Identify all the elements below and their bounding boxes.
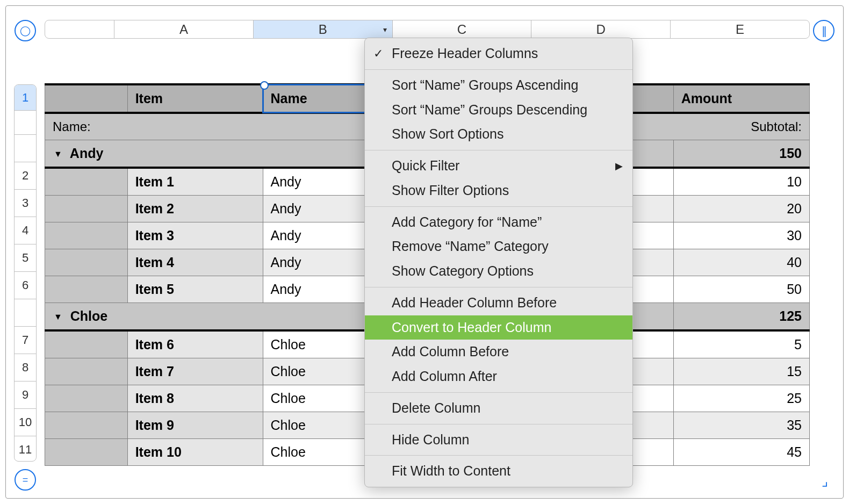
column-header-b[interactable]: B ▾ xyxy=(253,20,392,38)
cell-blank[interactable] xyxy=(45,385,128,412)
cell-blank[interactable] xyxy=(45,276,128,303)
group-subtotal[interactable]: 125 xyxy=(673,303,809,331)
resize-handle[interactable]: ⌟ xyxy=(815,471,834,491)
select-all-handle[interactable]: ◯ xyxy=(15,20,36,41)
menu-separator xyxy=(365,424,632,424)
menu-separator xyxy=(365,392,632,393)
row-header[interactable]: 2 xyxy=(15,162,36,190)
cell-blank[interactable] xyxy=(45,439,128,466)
cell-item[interactable]: Item 2 xyxy=(127,196,263,222)
cell-blank[interactable] xyxy=(45,358,128,385)
row-header[interactable]: 1 xyxy=(15,85,36,111)
cell-item[interactable]: Item 6 xyxy=(127,330,263,358)
menu-separator xyxy=(365,287,632,287)
cell-blank[interactable] xyxy=(45,249,128,276)
group-by-label[interactable]: Name: xyxy=(45,113,400,140)
menu-hide-column[interactable]: Hide Column xyxy=(365,428,632,452)
cell-blank[interactable] xyxy=(45,330,128,358)
row-header[interactable] xyxy=(15,135,36,162)
row-header[interactable]: 6 xyxy=(15,272,36,299)
row-header[interactable]: 5 xyxy=(15,244,36,272)
menu-fit-width[interactable]: Fit Width to Content xyxy=(365,459,632,484)
group-subtotal[interactable]: 150 xyxy=(673,140,809,168)
group-name[interactable]: ▼ Chloe xyxy=(45,303,400,331)
menu-separator xyxy=(365,206,632,207)
row-header[interactable]: 3 xyxy=(15,190,36,217)
check-icon: ✓ xyxy=(373,46,383,62)
header-item[interactable]: Item xyxy=(127,84,263,113)
row-ruler: 1234567891011 xyxy=(14,84,37,462)
menu-filter-options[interactable]: Show Filter Options xyxy=(365,178,632,203)
menu-separator xyxy=(365,69,632,70)
chevron-down-icon[interactable]: ▾ xyxy=(383,25,387,34)
menu-separator xyxy=(365,455,632,456)
disclosure-triangle-icon[interactable]: ▼ xyxy=(54,149,62,159)
cell-item[interactable]: Item 9 xyxy=(127,412,263,439)
add-row-handle[interactable]: = xyxy=(15,469,36,491)
row-header[interactable]: 8 xyxy=(15,354,36,381)
cell-item[interactable]: Item 5 xyxy=(127,276,263,303)
cell-item[interactable]: Item 4 xyxy=(127,249,263,276)
menu-add-category[interactable]: Add Category for “Name” xyxy=(365,210,632,235)
menu-add-column-after[interactable]: Add Column After xyxy=(365,364,632,389)
menu-add-column-before[interactable]: Add Column Before xyxy=(365,340,632,364)
cell-item[interactable]: Item 1 xyxy=(127,168,263,196)
cell-amount[interactable]: 10 xyxy=(673,168,809,196)
cell-blank[interactable] xyxy=(45,222,128,249)
column-header-c[interactable]: C xyxy=(392,20,531,38)
group-name[interactable]: ▼ Andy xyxy=(45,140,400,168)
column-ruler: A B ▾ C D E xyxy=(45,20,810,39)
row-header[interactable]: 9 xyxy=(15,381,36,409)
menu-category-options[interactable]: Show Category Options xyxy=(365,259,632,284)
cell-blank[interactable] xyxy=(45,84,128,113)
menu-quick-filter[interactable]: Quick Filter ▶ xyxy=(365,154,632,178)
cell-item[interactable]: Item 10 xyxy=(127,439,263,466)
menu-remove-category[interactable]: Remove “Name” Category xyxy=(365,234,632,259)
column-header-e[interactable]: E xyxy=(670,20,809,38)
disclosure-triangle-icon[interactable]: ▼ xyxy=(54,312,62,322)
cell-amount[interactable]: 35 xyxy=(673,412,809,439)
column-header-a[interactable]: A xyxy=(114,20,253,38)
row-header[interactable]: 10 xyxy=(15,409,36,436)
cell-amount[interactable]: 25 xyxy=(673,385,809,412)
window-frame: ◯ ‖ = ⌟ A B ▾ C D E 1234567891011 B Item… xyxy=(5,5,844,499)
menu-sort-ascending[interactable]: Sort “Name” Groups Ascending xyxy=(365,73,632,98)
row-header[interactable] xyxy=(15,299,36,327)
row-header[interactable]: 11 xyxy=(15,436,36,462)
column-context-menu: ✓ Freeze Header Columns Sort “Name” Grou… xyxy=(364,38,633,487)
menu-sort-descending[interactable]: Sort “Name” Groups Descending xyxy=(365,98,632,123)
column-header-d[interactable]: D xyxy=(531,20,670,38)
submenu-arrow-icon: ▶ xyxy=(615,160,623,172)
column-header-blank[interactable] xyxy=(45,20,114,38)
cell-amount[interactable]: 15 xyxy=(673,358,809,385)
menu-convert-to-header-column[interactable]: Convert to Header Column xyxy=(365,315,632,340)
cell-amount[interactable]: 45 xyxy=(673,439,809,466)
row-header[interactable] xyxy=(15,111,36,135)
menu-delete-column[interactable]: Delete Column xyxy=(365,396,632,421)
menu-separator xyxy=(365,150,632,150)
cell-blank[interactable] xyxy=(45,412,128,439)
cell-amount[interactable]: 30 xyxy=(673,222,809,249)
cell-item[interactable]: Item 3 xyxy=(127,222,263,249)
add-column-handle[interactable]: ‖ xyxy=(813,20,834,41)
header-amount[interactable]: Amount xyxy=(673,84,809,113)
cell-item[interactable]: Item 8 xyxy=(127,385,263,412)
menu-freeze-header-columns[interactable]: ✓ Freeze Header Columns xyxy=(365,41,632,66)
menu-add-header-column-before[interactable]: Add Header Column Before xyxy=(365,291,632,315)
cell-item[interactable]: Item 7 xyxy=(127,358,263,385)
row-header[interactable]: 4 xyxy=(15,217,36,244)
cell-amount[interactable]: 20 xyxy=(673,196,809,222)
cell-blank[interactable] xyxy=(45,168,128,196)
cell-amount[interactable]: 5 xyxy=(673,330,809,358)
row-header[interactable]: 7 xyxy=(15,327,36,354)
menu-sort-options[interactable]: Show Sort Options xyxy=(365,122,632,147)
cell-blank[interactable] xyxy=(45,196,128,222)
cell-amount[interactable]: 40 xyxy=(673,249,809,276)
cell-amount[interactable]: 50 xyxy=(673,276,809,303)
